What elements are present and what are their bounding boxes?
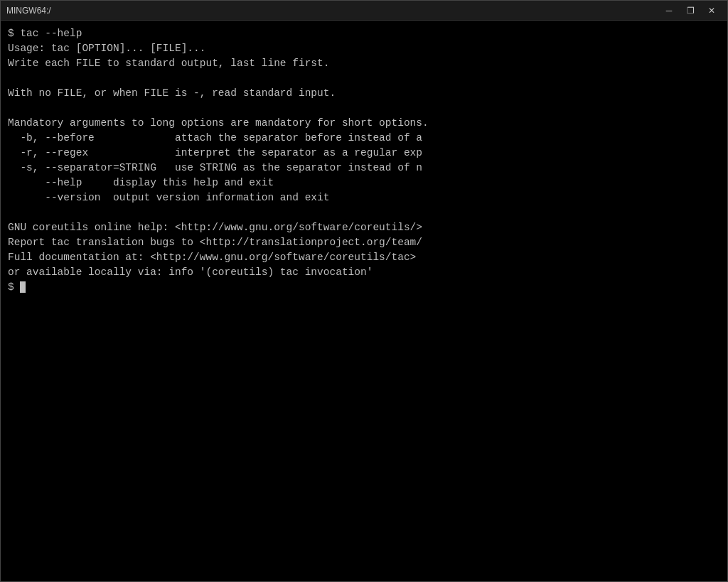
titlebar-buttons: ─ ❐ ✕ (659, 4, 722, 18)
terminal-cursor (20, 281, 26, 293)
terminal-window: MINGW64:/ ─ ❐ ✕ $ tac --help Usage: tac … (0, 0, 728, 582)
titlebar: MINGW64:/ ─ ❐ ✕ (1, 1, 727, 21)
terminal-line-1: $ tac --help Usage: tac [OPTION]... [FIL… (8, 28, 429, 293)
restore-button[interactable]: ❐ (680, 4, 700, 18)
minimize-button[interactable]: ─ (659, 4, 679, 18)
window-title: MINGW64:/ (6, 6, 659, 16)
terminal-output[interactable]: $ tac --help Usage: tac [OPTION]... [FIL… (1, 21, 727, 581)
close-button[interactable]: ✕ (702, 4, 722, 18)
